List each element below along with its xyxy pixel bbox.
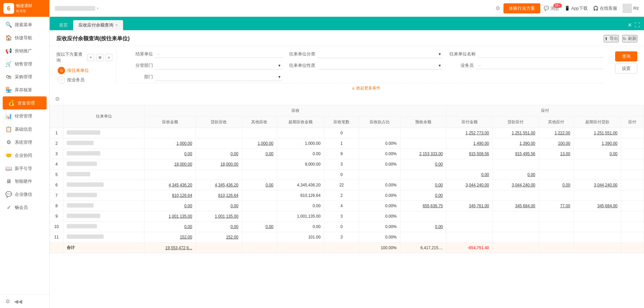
td-payable[interactable]: 345,761.00 xyxy=(446,201,493,211)
scheme-by-unit[interactable]: ⊙ 按往来单位 xyxy=(58,67,112,74)
sidebar-item-management[interactable]: 📊 经营管理 xyxy=(0,109,49,123)
filter-more-toggle[interactable]: ∧ 收起更多条件 xyxy=(129,83,603,93)
td-payable[interactable]: 1,490.00 xyxy=(446,138,493,149)
td-loan-payable[interactable]: 1,390.00 xyxy=(493,138,539,149)
td-other-payable[interactable]: 100.00 xyxy=(539,138,574,149)
td-loan-payable[interactable]: 1,251,551.00 xyxy=(493,128,539,138)
td-receivable[interactable]: 0.00 xyxy=(145,201,196,211)
td-receivable[interactable]: 1,001,135.00 xyxy=(145,211,196,222)
td-loan-receivable[interactable]: 0.00 xyxy=(196,222,242,232)
td-advance[interactable]: 0.00 xyxy=(400,222,446,232)
sidebar-settings-btn[interactable]: ⚙ xyxy=(5,298,10,305)
td-advance[interactable]: 0.00 xyxy=(400,190,446,201)
td-payable[interactable]: 915,508.56 xyxy=(446,149,493,159)
sidebar-item-basic[interactable]: 📋 基础信息 xyxy=(0,123,49,136)
topbar-user[interactable]: Rit xyxy=(623,4,639,13)
sidebar-item-corp[interactable]: 🤝 企业协同 xyxy=(0,149,49,162)
td-other-payable[interactable]: 1,222.00 xyxy=(539,128,574,138)
td-payable[interactable]: 1,252,773.00 xyxy=(446,128,493,138)
td-overdue-payable-loan[interactable]: 1,390.00 xyxy=(574,138,621,149)
sidebar-item-hardware[interactable]: 🖥 智能硬件 xyxy=(0,175,49,188)
filter-collapse-btn[interactable]: « xyxy=(105,54,112,61)
filter-more-label[interactable]: ∧ 收起更多条件 xyxy=(352,85,380,91)
td-total-receivable[interactable]: 19,553,472,6... xyxy=(145,243,196,253)
td-receivable[interactable]: 0.00 xyxy=(145,149,196,159)
sidebar-item-wechat[interactable]: 💬 企业微信 xyxy=(0,188,49,201)
td-other-receivable[interactable]: 1,000.00 xyxy=(242,138,277,149)
unit-category-select[interactable]: ▾ xyxy=(317,50,443,58)
sidebar-item-member[interactable]: ✓ 畅会员 xyxy=(0,201,49,214)
td-loan-receivable[interactable]: 4,345,436.20 xyxy=(196,180,242,190)
td-overdue-receivable: 0.00 xyxy=(277,222,324,232)
tab-home[interactable]: 首页 xyxy=(54,20,73,30)
query-button[interactable]: 查询 xyxy=(615,51,637,61)
topbar-app-download[interactable]: 📱 App下载 xyxy=(565,5,588,11)
sidebar-item-finance[interactable]: 💰 资金管理 xyxy=(3,96,47,109)
sidebar-item-purchase[interactable]: 🛍 采购管理 xyxy=(0,71,49,83)
dept-select[interactable]: ▾ xyxy=(155,61,282,70)
td-payable[interactable]: 0.00 xyxy=(446,170,493,180)
td-receivable[interactable]: 4,345,436.20 xyxy=(145,180,196,190)
sidebar-item-sales[interactable]: 🛒 销售管理 xyxy=(0,57,49,71)
topbar-messages[interactable]: 💬 消息 99+ xyxy=(544,5,559,11)
td-other-payable[interactable]: 77.00 xyxy=(539,201,574,211)
td-payable[interactable]: 3,044,240.00 xyxy=(446,180,493,190)
td-other-receivable[interactable]: 0.00 xyxy=(242,180,277,190)
td-overdue-payable-loan[interactable]: 3,044,240.00 xyxy=(574,180,621,190)
promo-button[interactable]: 体验行业方案 xyxy=(503,3,540,13)
td-overdue-payable-loan[interactable]: 345,684.00 xyxy=(574,201,621,211)
td-receivable[interactable]: 1,000.00 xyxy=(145,138,196,149)
td-advance[interactable]: 0.00 xyxy=(400,180,446,190)
td-loan-receivable[interactable]: 1,001,135.00 xyxy=(196,211,242,222)
refresh-button[interactable]: ↻ 刷新 xyxy=(622,35,637,42)
table-settings-icon[interactable]: ⚙ xyxy=(55,96,60,102)
scheme-by-staff[interactable]: ○ 按业务员 xyxy=(58,76,112,84)
td-other-payable[interactable]: 0.00 xyxy=(539,180,574,190)
td-receivable[interactable]: 18,000.00 xyxy=(145,159,196,170)
td-loan-receivable[interactable]: 18,000.00 xyxy=(196,159,242,170)
td-other-receivable[interactable]: 0.00 xyxy=(242,222,277,232)
unit-nature-select[interactable]: ▾ xyxy=(317,61,443,70)
sidebar-item-warehouse[interactable]: 🏪 库存核算 xyxy=(0,83,49,96)
td-receivable[interactable]: 0.00 xyxy=(145,222,196,232)
td-loan-receivable[interactable]: 0.00 xyxy=(196,201,242,211)
tab-active[interactable]: 应收应付余额查询 × xyxy=(73,20,123,30)
td-receivable[interactable]: 810,126.64 xyxy=(145,190,196,201)
td-advance[interactable]: 655,636.75 xyxy=(400,201,446,211)
window-expand-icon[interactable]: ⛶ xyxy=(635,22,640,28)
salesperson-dots[interactable]: ··· xyxy=(476,62,603,69)
sidebar-item-marketing[interactable]: 📢 营销推广 xyxy=(0,44,49,57)
dept-label: 分管部门 xyxy=(129,62,153,69)
sidebar-item-system[interactable]: ⚙ 系统管理 xyxy=(0,136,49,149)
export-button[interactable]: ⬆ 导出 xyxy=(604,35,619,42)
td-other-receivable[interactable]: 0.00 xyxy=(242,149,277,159)
window-close-icon[interactable]: ✕ xyxy=(628,22,632,28)
sidebar-item-search[interactable]: 🔍 搜索菜单 xyxy=(0,18,49,31)
td-loan-receivable[interactable]: 810,126.64 xyxy=(196,190,242,201)
unit-name-input[interactable] xyxy=(478,50,603,58)
td-loan-receivable[interactable]: 152.00 xyxy=(196,232,242,243)
filter-icon-btn2[interactable]: ⊕ xyxy=(96,54,103,61)
topbar-gear-icon[interactable]: ⚙ xyxy=(495,5,500,11)
settings-button[interactable]: 设置 xyxy=(615,63,637,74)
td-overdue-payable-loan[interactable]: 0.00 xyxy=(574,149,621,159)
scheme-inactive-icon: ○ xyxy=(58,76,65,84)
tab-close-icon[interactable]: × xyxy=(115,23,118,28)
td-loan-receivable[interactable]: 0.00 xyxy=(196,149,242,159)
td-advance[interactable]: 2,153,333.00 xyxy=(400,149,446,159)
td-advance[interactable]: 0.00 xyxy=(400,159,446,170)
sidebar-item-guide[interactable]: 📖 新手引导 xyxy=(0,162,49,175)
filter-add-btn[interactable]: + xyxy=(87,54,94,61)
settlement-dots[interactable]: ··· xyxy=(155,51,282,58)
topbar-online-support[interactable]: 🎧 在线客服 xyxy=(593,5,617,11)
sidebar-item-quicknav[interactable]: 🏠 快捷导航 xyxy=(0,31,49,44)
td-loan-payable[interactable]: 915,495.56 xyxy=(493,149,539,159)
sidebar-collapse-btn[interactable]: ◀◀ xyxy=(14,298,22,305)
td-receivable[interactable]: 152.00 xyxy=(145,232,196,243)
td-loan-payable[interactable]: 3,044,240.00 xyxy=(493,180,539,190)
department-select[interactable]: ▾ xyxy=(155,73,282,81)
td-other-payable[interactable]: 13.00 xyxy=(539,149,574,159)
td-loan-payable[interactable]: 345,684.00 xyxy=(493,201,539,211)
td-loan-payable[interactable]: 0.00 xyxy=(493,170,539,180)
td-overdue-payable-loan[interactable]: 1,251,551.00 xyxy=(574,128,621,138)
